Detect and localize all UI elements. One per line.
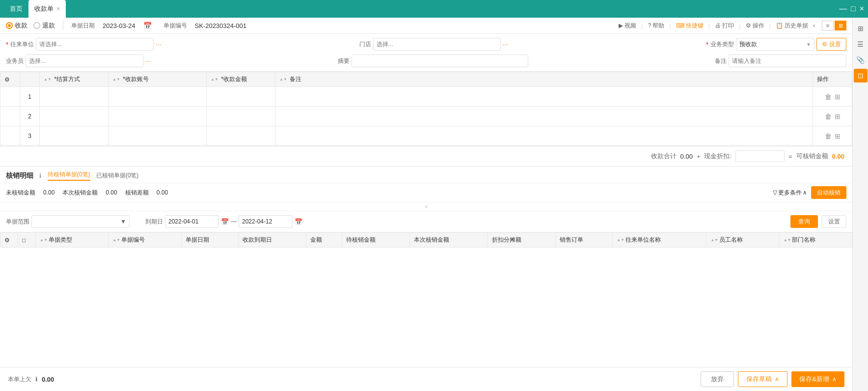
discount-input[interactable] xyxy=(735,150,785,162)
query-btn[interactable]: 查询 xyxy=(790,215,818,228)
footer-info-icon[interactable]: ℹ xyxy=(35,376,38,383)
auto-verify-btn[interactable]: 自动核销 xyxy=(811,186,846,199)
bth-checkbox[interactable]: □ xyxy=(18,233,36,248)
bth-staff: ▲▼员工名称 xyxy=(706,233,779,248)
calendar-to-icon[interactable]: 📅 xyxy=(295,218,302,225)
operation-btn[interactable]: ⚙ 操作 xyxy=(746,22,764,30)
row2-amount[interactable] xyxy=(207,107,275,126)
print-btn[interactable]: 🖨 打印 xyxy=(715,22,734,30)
calendar-from-icon[interactable]: 📅 xyxy=(221,218,229,225)
staff-input[interactable] xyxy=(26,55,143,67)
minimize-icon[interactable]: — xyxy=(839,4,847,13)
date-value: 2023-03-24 xyxy=(103,22,136,29)
row3-account[interactable] xyxy=(108,126,207,146)
setting-button[interactable]: ⚙ 设置 xyxy=(816,38,846,51)
shortcut-icon: ⌨ xyxy=(676,22,684,29)
right-panel-icon-4[interactable]: ⊡ xyxy=(854,69,868,83)
radio-receipt[interactable]: 收款 xyxy=(6,21,27,30)
row2-copy-icon[interactable]: ⊞ xyxy=(835,112,841,120)
range-chevron-icon: ▼ xyxy=(117,218,129,225)
right-panel: ⊞ ☰ 📎 ⊡ xyxy=(852,18,868,391)
row3-copy-icon[interactable]: ⊞ xyxy=(835,132,841,140)
grid-view-btn[interactable]: ⊞ xyxy=(835,21,846,30)
row1-delete-icon[interactable]: 🗑 xyxy=(825,93,832,101)
unverified-label: 未核销金额 xyxy=(6,189,35,197)
filter-icon: ▽ xyxy=(773,189,777,196)
video-btn[interactable]: ▶ 视频 xyxy=(619,22,636,30)
table-row: 2 🗑 ⊞ xyxy=(0,107,852,126)
save-draft-btn[interactable]: 保存草稿 ∧ xyxy=(738,371,787,387)
discard-btn[interactable]: 放弃 xyxy=(701,371,734,387)
list-view-btn[interactable]: ≡ xyxy=(822,21,834,30)
right-panel-icon-1[interactable]: ⊞ xyxy=(854,22,868,35)
radio-receipt-dot xyxy=(6,22,13,29)
prev-btn[interactable]: ‹ xyxy=(813,22,815,29)
row1-account[interactable] xyxy=(108,87,207,107)
required-star-1: * xyxy=(6,41,8,48)
business-type-select[interactable]: 预收款 ▼ xyxy=(736,38,814,51)
total-value: 0.00 xyxy=(680,153,693,160)
unverified-value: 0.00 xyxy=(43,189,54,196)
summary-input[interactable] xyxy=(352,55,528,67)
help-btn[interactable]: ? 帮助 xyxy=(648,22,665,30)
right-panel-icon-3[interactable]: 📎 xyxy=(854,53,868,67)
row1-remark[interactable] xyxy=(275,87,813,107)
bth-settings[interactable]: ⚙ xyxy=(0,233,18,248)
remark-input[interactable] xyxy=(729,55,846,67)
more-conditions-btn[interactable]: ▽ 更多条件 ∧ xyxy=(773,189,807,197)
info-icon[interactable]: ℹ xyxy=(39,172,42,179)
row1-copy-icon[interactable]: ⊞ xyxy=(835,93,841,101)
staff-field: 业务员 ··· xyxy=(6,55,151,67)
range-select[interactable]: ▼ xyxy=(31,215,130,228)
th-account: ▲▼ *收款账号 xyxy=(108,72,207,87)
row1-method[interactable] xyxy=(40,87,108,107)
tab-home[interactable]: 首页 xyxy=(4,0,28,18)
done-tab[interactable]: 已核销单据(0笔) xyxy=(96,171,139,180)
date-to-input[interactable] xyxy=(239,215,293,228)
store-input[interactable] xyxy=(373,38,501,51)
th-settings[interactable]: ⚙ xyxy=(0,72,20,87)
due-label: 到期日 xyxy=(145,218,163,226)
collapse-indicator: ∨ xyxy=(0,202,852,211)
row3-delete-icon[interactable]: 🗑 xyxy=(825,132,832,140)
partner-label: 往来单位 xyxy=(10,40,34,49)
partner-more-btn[interactable]: ··· xyxy=(156,40,162,48)
required-star-2: * xyxy=(706,41,708,48)
right-panel-icon-2[interactable]: ☰ xyxy=(854,37,868,51)
partner-input[interactable] xyxy=(36,38,154,51)
row1-amount[interactable] xyxy=(207,87,275,107)
pending-tab[interactable]: 待核销单据(0笔) xyxy=(48,170,90,181)
row2-remark[interactable] xyxy=(275,107,813,126)
shortcut-btn[interactable]: ⌨ 快捷键 xyxy=(676,22,704,30)
remark-label: 备注 xyxy=(715,57,727,65)
filter-setting-btn[interactable]: 设置 xyxy=(822,215,846,228)
maximize-icon[interactable]: □ xyxy=(851,4,856,13)
close-icon[interactable]: × xyxy=(860,4,864,13)
store-more-btn[interactable]: ··· xyxy=(503,40,509,48)
checkbox-icon: □ xyxy=(22,237,26,244)
save-new-label: 保存&新增 xyxy=(799,375,829,384)
th-method: ▲▼ *结算方式 xyxy=(40,72,108,87)
row1-action: 🗑 ⊞ xyxy=(813,87,852,107)
staff-more-btn[interactable]: ··· xyxy=(145,57,151,65)
date-from-input[interactable] xyxy=(165,215,219,228)
row2-delete-icon[interactable]: 🗑 xyxy=(825,112,832,120)
summary-row: 收款合计 0.00 + 现金折扣: = 可核销金额 0.00 xyxy=(0,146,852,167)
tab-close-icon[interactable]: × xyxy=(56,5,60,12)
row3-amount[interactable] xyxy=(207,126,275,146)
footer-value: 0.00 xyxy=(42,376,54,383)
history-btn[interactable]: 📋 历史单据 xyxy=(776,22,808,30)
business-type-label: 业务类型 xyxy=(710,40,734,49)
calendar-icon[interactable]: 📅 xyxy=(143,22,152,29)
save-new-btn[interactable]: 保存&新增 ∧ xyxy=(791,371,844,387)
staff-label: 业务员 xyxy=(6,57,24,65)
radio-refund[interactable]: 退款 xyxy=(33,21,55,30)
range-label: 单据范围 xyxy=(6,218,29,226)
row3-method[interactable] xyxy=(40,126,108,146)
filter-right: ▽ 更多条件 ∧ 自动核销 xyxy=(773,186,846,199)
row2-method[interactable] xyxy=(40,107,108,126)
toolbar-right: ▶ 视频 | ? 帮助 | ⌨ 快捷键 | 🖨 打印 | xyxy=(619,21,846,30)
row2-account[interactable] xyxy=(108,107,207,126)
tab-receipt[interactable]: 收款单 × xyxy=(28,0,66,18)
row3-remark[interactable] xyxy=(275,126,813,146)
